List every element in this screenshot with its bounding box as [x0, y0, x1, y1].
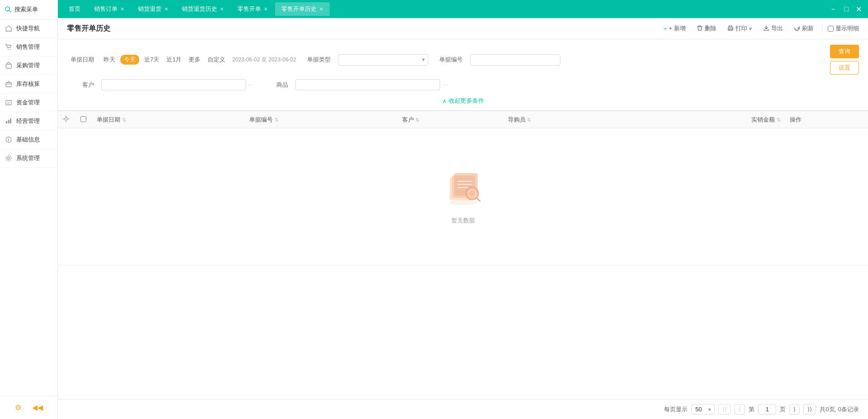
sidebar-item-sales-mgmt[interactable]: 销售管理 — [0, 38, 57, 56]
page-number-input[interactable] — [758, 404, 776, 414]
nav-restore-button[interactable]: □ — [842, 3, 850, 15]
nav-right-actions: － □ ✕ — [828, 3, 863, 16]
refresh-button[interactable]: 刷新 — [791, 23, 816, 34]
date-range-display: 2023-06-02 至 2023-06-02 — [232, 56, 296, 64]
table-settings-icon[interactable] — [62, 115, 70, 122]
export-button[interactable]: 导出 — [760, 23, 786, 34]
query-button[interactable]: 查询 — [830, 45, 859, 58]
query-settings-button[interactable]: 设置 — [830, 61, 859, 75]
date-btn-custom[interactable]: 自定义 — [205, 55, 228, 65]
date-btn-7days[interactable]: 近7天 — [142, 55, 161, 65]
date-btn-more[interactable]: 更多 — [186, 55, 203, 65]
sort-customer-icon[interactable]: ⇅ — [415, 117, 419, 122]
page-next-button[interactable]: ⟩ — [789, 404, 800, 414]
add-button[interactable]: + + 新增 — [661, 23, 688, 34]
delete-button[interactable]: 删除 — [694, 23, 719, 34]
refresh-icon — [794, 25, 800, 33]
toolbar: + + 新增 删除 打印 — [661, 23, 859, 34]
goods-ellipsis-btn[interactable]: ··· — [442, 81, 448, 89]
query-buttons: 查询 设置 — [830, 45, 859, 75]
table-body: 暂无数据 — [58, 128, 868, 265]
print-button[interactable]: 打印 ▾ — [725, 23, 755, 34]
sidebar-item-label: 采购管理 — [16, 61, 40, 70]
goods-input-wrapper: ··· — [295, 79, 448, 90]
page-first-button[interactable]: ⟨⟨ — [718, 404, 731, 414]
sidebar-item-finance[interactable]: 资金管理 — [0, 94, 57, 112]
finance-icon — [5, 99, 13, 107]
tab-retail-history[interactable]: 零售开单历史 ✕ — [275, 2, 330, 16]
cart-icon — [5, 43, 13, 51]
doc-type-select[interactable] — [338, 54, 428, 66]
main-content: 首页 销售订单 ✕ 销货退货 ✕ 销货退货历史 ✕ 零售开单 ✕ 零售开单历史 … — [58, 0, 868, 419]
sidebar-item-operations[interactable]: 经营管理 — [0, 112, 57, 131]
sidebar-search[interactable]: 搜索采单 — [0, 0, 57, 19]
sidebar: 搜索采单 快捷导航 销售管理 采购管理 — [0, 0, 58, 419]
tab-retail-history-close[interactable]: ✕ — [319, 6, 323, 12]
tab-retail-open-close[interactable]: ✕ — [264, 6, 268, 12]
home-icon — [5, 24, 13, 33]
collapse-chevron-icon: ∧ — [442, 98, 447, 104]
show-detail-label: 显示明细 — [835, 24, 859, 33]
tab-sales-return-history-close[interactable]: ✕ — [220, 6, 224, 12]
print-dropdown-icon[interactable]: ▾ — [749, 25, 752, 32]
svg-point-16 — [8, 157, 10, 160]
customer-filter-label: 客户 — [67, 81, 94, 89]
nav-close-button[interactable]: ✕ — [854, 3, 863, 15]
settings-gear-button[interactable]: ⚙ — [13, 401, 23, 414]
tab-retail-open[interactable]: 零售开单 ✕ — [231, 2, 274, 16]
th-amount-label: 实销金额 — [751, 116, 775, 123]
sidebar-bottom: ⚙ ◀◀ — [0, 395, 57, 419]
page-prev-button[interactable]: ⟨ — [735, 404, 745, 414]
sidebar-item-inventory[interactable]: 库存核算 — [0, 75, 57, 94]
customer-ellipsis-btn[interactable]: ··· — [248, 81, 254, 89]
tab-sales-order-close[interactable]: ✕ — [120, 6, 124, 12]
select-all-checkbox[interactable] — [81, 116, 86, 122]
doc-no-input[interactable] — [470, 54, 560, 66]
page-total-info: 共0页, 0条记录 — [820, 405, 859, 414]
tab-sales-return-history[interactable]: 销货退货历史 ✕ — [175, 2, 230, 16]
date-filters: 昨天 今天 近7天 近1月 更多 自定义 2023-06-02 至 2023-0… — [101, 55, 296, 65]
sidebar-search-label: 搜索采单 — [14, 5, 38, 14]
tab-sales-return[interactable]: 销货退货 ✕ — [132, 2, 175, 16]
tab-retail-history-label: 零售开单历史 — [281, 5, 317, 13]
svg-rect-12 — [10, 118, 11, 123]
date-btn-yesterday[interactable]: 昨天 — [101, 55, 118, 65]
toolbar-divider — [822, 25, 822, 32]
page-last-button[interactable]: ⟩⟩ — [803, 404, 816, 414]
show-detail-checkbox[interactable] — [828, 26, 834, 32]
sidebar-collapse-button[interactable]: ◀◀ — [30, 401, 45, 414]
nav-minimize-button[interactable]: － — [828, 3, 839, 16]
delete-label: 删除 — [705, 24, 716, 33]
svg-line-1 — [9, 10, 11, 12]
show-detail-checkbox-label[interactable]: 显示明细 — [828, 24, 859, 33]
add-icon: + — [664, 25, 667, 32]
per-page-select[interactable]: 10 20 50 100 — [691, 404, 715, 414]
tab-sales-return-close[interactable]: ✕ — [164, 6, 168, 12]
box-icon — [5, 80, 13, 88]
collapse-filters-label: 收起更多条件 — [449, 97, 484, 105]
sort-salesperson-icon[interactable]: ⇅ — [527, 117, 531, 122]
collapse-filters-btn[interactable]: ∧ 收起更多条件 — [67, 95, 859, 107]
table-header-row: 单据日期 ⇅ 单据编号 ⇅ 客户 ⇅ 导购员 ⇅ — [58, 111, 868, 128]
sidebar-item-label: 经营管理 — [16, 117, 40, 125]
sort-date-icon[interactable]: ⇅ — [122, 117, 126, 122]
tab-sales-order[interactable]: 销售订单 ✕ — [88, 2, 131, 16]
sidebar-item-quick-nav[interactable]: 快捷导航 — [0, 19, 57, 38]
date-btn-1month[interactable]: 近1月 — [164, 55, 184, 65]
filter-row-2: 客户 ··· 商品 ··· — [67, 79, 859, 90]
customer-input[interactable] — [101, 79, 246, 90]
sidebar-item-purchase-mgmt[interactable]: 采购管理 — [0, 56, 57, 75]
goods-input[interactable] — [295, 79, 440, 90]
empty-state-cell: 暂无数据 — [58, 128, 868, 265]
table-head: 单据日期 ⇅ 单据编号 ⇅ 客户 ⇅ 导购员 ⇅ — [58, 111, 868, 128]
bag-icon — [5, 61, 13, 70]
svg-line-29 — [477, 198, 480, 201]
tab-sales-return-history-label: 销货退货历史 — [182, 5, 217, 13]
sort-no-icon[interactable]: ⇅ — [275, 117, 279, 122]
date-btn-today[interactable]: 今天 — [120, 55, 139, 65]
sidebar-item-system[interactable]: 系统管理 — [0, 149, 57, 168]
tab-home[interactable]: 首页 — [62, 2, 87, 16]
svg-rect-7 — [6, 100, 11, 105]
sort-amount-icon[interactable]: ⇅ — [777, 117, 781, 122]
sidebar-item-base-info[interactable]: 基础信息 — [0, 131, 57, 149]
